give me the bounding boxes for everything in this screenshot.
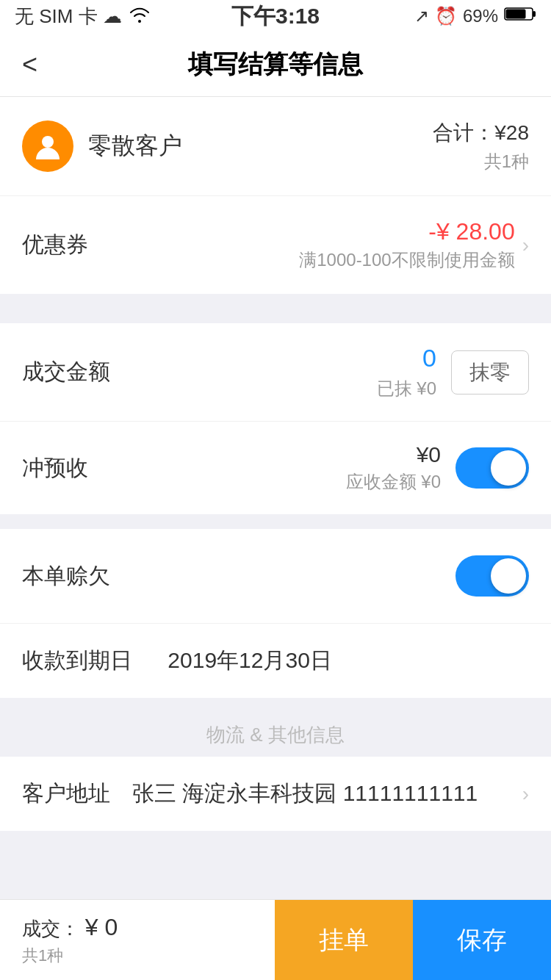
- svg-rect-1: [533, 11, 536, 17]
- chevron-right-icon: ›: [522, 234, 529, 257]
- prepay-receivable: 应收金额 ¥0: [346, 470, 441, 494]
- address-label: 客户地址: [22, 779, 110, 809]
- status-left: 无 SIM 卡 ☁: [15, 4, 150, 29]
- credit-row: 本单赊欠: [0, 529, 551, 623]
- credit-toggle[interactable]: [455, 555, 529, 597]
- customer-name: 零散客户: [88, 130, 182, 162]
- deal-amount-value: 0: [422, 344, 436, 372]
- customer-avatar: [22, 120, 73, 172]
- coupon-info: -¥ 28.00 满1000-100不限制使用金额: [299, 218, 514, 272]
- coupon-discount: -¥ 28.00: [299, 218, 514, 245]
- prepay-right: ¥0 应收金额 ¥0: [346, 442, 529, 494]
- wifi-icon: [129, 5, 150, 28]
- coupon-description: 满1000-100不限制使用金额: [299, 248, 514, 272]
- svg-point-3: [42, 136, 54, 148]
- prepay-value: ¥0: [346, 442, 441, 467]
- customer-total: 合计：¥28: [433, 119, 529, 147]
- hold-button[interactable]: 挂单: [275, 900, 413, 980]
- coupon-label: 优惠券: [22, 230, 88, 260]
- logistics-label: 物流 & 其他信息: [206, 722, 345, 748]
- status-right: ↗ ⏰ 69%: [414, 6, 536, 26]
- status-bar: 无 SIM 卡 ☁ 下午3:18 ↗ ⏰ 69%: [0, 0, 551, 32]
- toggle-knob: [491, 450, 526, 486]
- customer-section: 零散客户 合计：¥28 共1种 优惠券 -¥ 28.00 满1000-100不限…: [0, 97, 551, 294]
- address-value: 张三 海淀永丰科技园 11111111111: [132, 779, 478, 809]
- credit-toggle-knob: [491, 558, 526, 594]
- coupon-row[interactable]: 优惠券 -¥ 28.00 满1000-100不限制使用金额 ›: [0, 195, 551, 294]
- svg-rect-2: [506, 10, 526, 19]
- save-button-label: 保存: [457, 923, 507, 957]
- customer-info: 零散客户: [22, 120, 182, 172]
- bottom-summary: 成交： ¥ 0 共1种: [0, 900, 275, 980]
- save-button[interactable]: 保存: [413, 900, 551, 980]
- due-date-value: 2019年12月30日: [168, 648, 331, 672]
- due-date-row: 收款到期日 2019年12月30日: [0, 623, 551, 698]
- bottom-deal-line: 成交： ¥ 0: [22, 914, 253, 942]
- coupon-right: -¥ 28.00 满1000-100不限制使用金额 ›: [299, 218, 529, 272]
- sim-status: 无 SIM 卡 ☁: [15, 4, 122, 29]
- deal-amount-label: 成交金额: [22, 357, 110, 387]
- nav-title: 填写结算等信息: [188, 48, 363, 82]
- bottom-count: 共1种: [22, 945, 253, 967]
- due-date-label: 收款到期日: [22, 648, 132, 672]
- section-divider-1: [0, 309, 551, 323]
- address-content: 客户地址 张三 海淀永丰科技园 11111111111: [22, 779, 478, 809]
- credit-label: 本单赊欠: [22, 561, 110, 591]
- bottom-deal-amount: ¥ 0: [85, 914, 118, 940]
- nav-bar: < 填写结算等信息: [0, 32, 551, 97]
- alarm-icon: ⏰: [435, 6, 457, 26]
- bottom-bar: 成交： ¥ 0 共1种 挂单 保存: [0, 899, 551, 980]
- address-row[interactable]: 客户地址 张三 海淀永丰科技园 11111111111 ›: [0, 757, 551, 831]
- status-time: 下午3:18: [231, 1, 320, 32]
- prepay-row: 冲预收 ¥0 应收金额 ¥0: [0, 421, 551, 514]
- credit-section: 本单赊欠 收款到期日 2019年12月30日: [0, 529, 551, 698]
- battery-icon: [504, 6, 536, 26]
- customer-total-info: 合计：¥28 共1种: [433, 119, 529, 173]
- address-section: 客户地址 张三 海淀永丰科技园 11111111111 ›: [0, 757, 551, 831]
- back-button[interactable]: <: [22, 49, 37, 80]
- customer-row: 零散客户 合计：¥28 共1种: [0, 97, 551, 195]
- location-icon: ↗: [414, 6, 429, 26]
- customer-count: 共1种: [433, 150, 529, 173]
- prepay-toggle[interactable]: [455, 447, 529, 489]
- bottom-deal-label: 成交：: [22, 918, 79, 940]
- logistics-divider: 物流 & 其他信息: [0, 713, 551, 757]
- amount-section: 成交金额 0 已抹 ¥0 抹零: [0, 323, 551, 421]
- deal-amount-rounded: 已抹 ¥0: [377, 377, 436, 400]
- deal-amount-right: 0 已抹 ¥0 抹零: [377, 344, 529, 400]
- section-divider-2: [0, 514, 551, 529]
- address-chevron-icon: ›: [522, 782, 529, 806]
- hold-button-label: 挂单: [319, 923, 369, 957]
- prepay-label: 冲预收: [22, 453, 88, 483]
- deal-amount-row: 成交金额 0 已抹 ¥0 抹零: [22, 323, 529, 421]
- battery-percent: 69%: [463, 6, 498, 26]
- round-zero-button[interactable]: 抹零: [451, 350, 529, 394]
- prepay-amount-info: ¥0 应收金额 ¥0: [346, 442, 441, 494]
